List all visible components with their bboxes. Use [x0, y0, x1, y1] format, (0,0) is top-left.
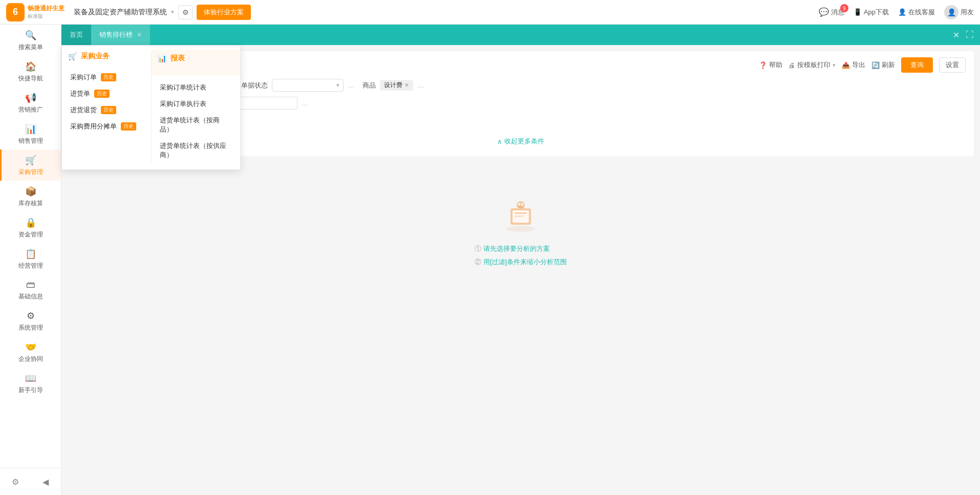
svg-point-5 — [517, 201, 525, 209]
sidebar-item-sales[interactable]: 📊 销售管理 — [0, 118, 61, 149]
logo-text-block: 畅捷通好生意 标准版 — [28, 4, 65, 20]
sidebar-item-label: 企业协同 — [18, 355, 43, 363]
hist-badge: 历史 — [101, 73, 116, 81]
collapse-label: 收起更多条件 — [504, 137, 544, 146]
marketing-icon: 📢 — [25, 92, 36, 103]
help-button[interactable]: ❓ 帮助 — [759, 60, 782, 70]
refresh-icon: 🔄 — [871, 61, 880, 69]
voucher-status-label: 单据状态 — [241, 81, 268, 90]
sales-icon: 📊 — [25, 123, 36, 135]
message-button[interactable]: 💬 9 消息 — [819, 7, 844, 17]
guide-icon: 📖 — [25, 373, 36, 384]
inventory-icon: 📦 — [25, 186, 36, 197]
logo-area: 6 畅捷通好生意 标准版 — [6, 3, 68, 21]
header-right: 💬 9 消息 📱 App下载 👤 在线客服 👤 用友 — [819, 5, 974, 19]
goods-tag: 设计费 ✕ — [380, 80, 413, 91]
empty-text: ① 请先选择要分析的方案 ② 用[过滤]条件来缩小分析范围 — [475, 242, 567, 269]
sidebar-item-label: 系统管理 — [18, 324, 43, 332]
tab-home[interactable]: 首页 — [61, 25, 91, 45]
tab-bar-close-icon[interactable]: ✕ — [953, 30, 960, 40]
dropdown-item-purchase-order-exec[interactable]: 采购订单执行表 — [158, 96, 235, 112]
dropdown-report-col: 📊 报表 采购订单统计表 采购订单执行表 进货单统计表（按商品） 进货单统计表（… — [151, 52, 241, 163]
purchase-icon: 🛒 — [25, 155, 36, 166]
online-service-button[interactable]: 👤 在线客服 — [898, 8, 935, 17]
voucher-status-filter: 单据状态 … — [241, 79, 354, 92]
query-button[interactable]: 查询 — [901, 57, 933, 73]
tab-close-button[interactable]: ✕ — [137, 31, 142, 38]
svg-rect-3 — [515, 212, 527, 214]
sidebar-collapse-button[interactable]: ◀ — [37, 474, 54, 490]
sidebar-item-label: 快捷导航 — [18, 74, 43, 83]
tab-sales-ranking[interactable]: 销售排行榜 ✕ — [91, 25, 150, 45]
goods-label: 商品 — [363, 81, 376, 90]
basic-info-icon: 🗃 — [26, 279, 35, 290]
dropdown-item-purchase-order-stats[interactable]: 采购订单统计表 — [158, 79, 235, 96]
dropdown-item-purchase-expense[interactable]: 采购费用分摊单 历史 — [68, 118, 145, 135]
export-button[interactable]: 📤 导出 — [842, 60, 865, 70]
hist-badge: 历史 — [121, 122, 136, 131]
collapse-arrow-icon: ∧ — [497, 138, 502, 145]
app-download-button[interactable]: 📱 App下载 — [854, 8, 889, 17]
settings-gear-button[interactable]: ⚙ — [178, 5, 193, 19]
dropdown-item-inbound-stats-goods[interactable]: 进货单统计表（按商品） — [158, 112, 235, 138]
operations-icon: 📋 — [25, 248, 36, 260]
empty-illustration — [500, 193, 541, 234]
svg-point-7 — [521, 203, 523, 205]
home-icon: 🏠 — [25, 61, 36, 72]
sidebar-item-label: 资金管理 — [18, 230, 43, 239]
sidebar-item-guide[interactable]: 📖 新手引导 — [0, 368, 61, 399]
sidebar-item-quick-nav[interactable]: 🏠 快捷导航 — [0, 56, 61, 87]
sidebar-item-basic-info[interactable]: 🗃 基础信息 — [0, 274, 61, 305]
logo-title: 畅捷通好生意 — [28, 4, 65, 13]
phone-icon: 📱 — [854, 8, 862, 16]
empty-state: ① 请先选择要分析的方案 ② 用[过滤]条件来缩小分析范围 — [61, 162, 980, 299]
sidebar-item-system[interactable]: ⚙ 系统管理 — [0, 305, 61, 336]
tab-bar-right: ✕ ⛶ — [953, 25, 980, 45]
system-name-arrow: ▾ — [171, 9, 174, 15]
goods-filter: 商品 设计费 ✕ … — [363, 80, 424, 91]
dropdown-report-header: 📊 报表 — [158, 54, 235, 66]
trial-button[interactable]: 体验行业方案 — [197, 5, 251, 20]
print-button[interactable]: 🖨 按模板打印 ▾ — [789, 60, 836, 70]
report-col-icon: 📊 — [158, 54, 166, 62]
dropdown-item-purchase-order[interactable]: 采购订单 历史 — [68, 69, 145, 85]
sidebar-item-marketing[interactable]: 📢 营销推广 — [0, 87, 61, 118]
search-icon: 🔍 — [25, 30, 36, 41]
finance-icon: 🔒 — [25, 217, 36, 228]
goods-tag-close[interactable]: ✕ — [404, 82, 409, 89]
sidebar-item-inventory[interactable]: 📦 库存核算 — [0, 181, 61, 212]
message-badge: 9 — [840, 4, 848, 12]
voucher-status-select[interactable] — [272, 79, 344, 92]
sidebar-settings-button[interactable]: ⚙ — [7, 474, 24, 490]
sidebar-item-label: 销售管理 — [18, 137, 43, 145]
sidebar-item-label: 采购管理 — [18, 168, 43, 177]
sidebar-item-operations[interactable]: 📋 经营管理 — [0, 243, 61, 274]
system-name-text: 装备及固定资产辅助管理系统 — [74, 8, 167, 17]
settings-button[interactable]: 设置 — [939, 57, 966, 73]
user-profile-button[interactable]: 👤 用友 — [944, 5, 974, 19]
sidebar-item-label: 营销推广 — [18, 105, 43, 114]
dropdown-item-inbound[interactable]: 进货单 历史 — [68, 85, 145, 102]
dropdown-item-inbound-return[interactable]: 进货退货 历史 — [68, 102, 145, 118]
sidebar-bottom: ⚙ ◀ — [0, 468, 61, 495]
print-icon: 🖨 — [789, 61, 795, 69]
app-logo: 6 — [6, 3, 25, 21]
goods-more[interactable]: … — [417, 81, 424, 89]
tab-bar-expand-icon[interactable]: ⛶ — [966, 30, 974, 39]
dropdown-item-inbound-stats-supplier[interactable]: 进货单统计表（按供应商） — [158, 138, 235, 163]
system-icon: ⚙ — [27, 310, 35, 321]
hist-badge: 历史 — [101, 106, 116, 114]
top-header: 6 畅捷通好生意 标准版 装备及固定资产辅助管理系统 ▾ ⚙ 体验行业方案 💬 … — [0, 0, 980, 25]
avatar: 👤 — [944, 5, 958, 19]
sidebar-item-finance[interactable]: 🔒 资金管理 — [0, 212, 61, 243]
hist-badge: 历史 — [94, 90, 110, 98]
sidebar-item-purchase[interactable]: 🛒 采购管理 — [0, 149, 61, 181]
salesperson-more[interactable]: … — [302, 99, 308, 107]
sidebar-item-enterprise[interactable]: 🤝 企业协同 — [0, 336, 61, 368]
sidebar-item-search[interactable]: 🔍 搜索菜单 — [0, 25, 61, 56]
svg-point-6 — [518, 203, 520, 205]
logo-badge: 标准版 — [28, 13, 65, 20]
refresh-button[interactable]: 🔄 刷新 — [871, 60, 895, 70]
voucher-status-more[interactable]: … — [348, 81, 354, 89]
dropdown-purchase-col: 🛒 采购业务 采购订单 历史 进货单 历史 进货退货 历史 采购费用分摊单 历史 — [62, 52, 151, 163]
